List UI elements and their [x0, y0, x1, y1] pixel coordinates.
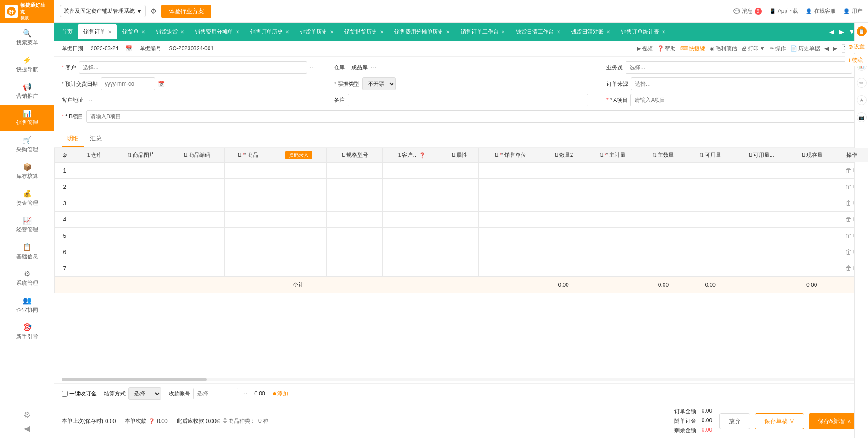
nav-next-icon[interactable]: ▶ [833, 45, 837, 52]
row-main-qty[interactable] [640, 163, 687, 179]
row-unit[interactable] [478, 195, 542, 212]
topbar-gear-icon[interactable]: ⚙ [150, 7, 157, 15]
right-panel-item-4[interactable]: ✏ [857, 78, 867, 88]
row-main-qty[interactable] [640, 195, 687, 212]
row-unit[interactable] [478, 260, 542, 277]
row-customer-code[interactable] [382, 212, 440, 228]
tab-order-history-close[interactable]: ✕ [286, 29, 289, 34]
th-customer-code-help[interactable]: ❓ [419, 152, 426, 159]
bank-more-icon[interactable]: ··· [241, 390, 247, 398]
row-main-unit[interactable] [585, 260, 640, 277]
th-attr-sort[interactable]: ⇅ [451, 152, 456, 159]
row-warehouse[interactable] [75, 260, 113, 277]
tab-daily-desk-close[interactable]: ✕ [557, 29, 560, 34]
tab-reconcile-close[interactable]: ✕ [606, 29, 610, 34]
row-main-qty[interactable] [640, 228, 687, 244]
tab-invoice-close[interactable]: ✕ [141, 29, 145, 34]
row-qty2[interactable] [542, 244, 585, 260]
row-warehouse[interactable] [75, 163, 113, 179]
row-customer-code[interactable] [382, 163, 440, 179]
row-main-qty[interactable] [640, 260, 687, 277]
row-attr[interactable] [440, 212, 479, 228]
sidebar-item-base[interactable]: 📋 基础信息 [0, 238, 54, 265]
customer-input[interactable] [79, 61, 307, 74]
tab-summary[interactable]: 汇总 [84, 131, 107, 147]
row-attr[interactable] [440, 260, 479, 277]
row-delete-icon[interactable]: 🗑 [845, 232, 852, 240]
row-qty2[interactable] [542, 260, 585, 277]
th-available-sort[interactable]: ⇅ [699, 152, 704, 159]
row-warehouse[interactable] [75, 195, 113, 212]
th-settings[interactable]: ⚙ [55, 148, 75, 163]
row-main-qty[interactable] [640, 179, 687, 195]
calendar-icon[interactable]: 📅 [126, 45, 132, 52]
row-main-unit[interactable] [585, 244, 640, 260]
row-attr[interactable] [440, 244, 479, 260]
tab-expense-history[interactable]: 销售费用分摊单历史 ✕ [389, 24, 455, 39]
row-customer-code[interactable] [382, 179, 440, 195]
sidebar-item-sales[interactable]: 📊 销售管理 [0, 105, 54, 131]
sidebar-item-guide[interactable]: 🎯 新手引导 [0, 318, 54, 345]
project-a-input[interactable] [630, 94, 861, 106]
tab-order-desk[interactable]: 销售订单工作台 ✕ [455, 24, 510, 39]
row-qty2[interactable] [542, 179, 585, 195]
row-warehouse[interactable] [75, 179, 113, 195]
project-b-input[interactable] [86, 110, 861, 123]
tab-invoice[interactable]: 销货单 ✕ [117, 24, 150, 39]
row-qty2[interactable] [542, 228, 585, 244]
operation-btn[interactable]: ✏ 操作 [770, 45, 786, 53]
th-available2-sort[interactable]: ⇅ [748, 152, 752, 159]
row-main-qty[interactable] [640, 212, 687, 228]
address-more-icon[interactable]: ··· [86, 96, 92, 104]
discard-btn[interactable]: 放弃 [719, 413, 750, 429]
row-product[interactable] [225, 179, 271, 195]
table-scrollbar[interactable] [62, 378, 861, 381]
row-spec[interactable] [326, 260, 382, 277]
payment-method-select[interactable]: 选择... [128, 387, 161, 400]
row-main-unit[interactable] [585, 212, 640, 228]
row-customer-code[interactable] [382, 195, 440, 212]
row-main-unit[interactable] [585, 228, 640, 244]
th-unit-sort[interactable]: ⇅ [494, 152, 499, 159]
online-service-action[interactable]: 👤 在线客服 [805, 7, 836, 15]
row-unit[interactable] [478, 244, 542, 260]
app-download-action[interactable]: 📱 App下载 [769, 7, 798, 15]
print-btn[interactable]: 🖨 打印 ▼ [742, 45, 765, 53]
delivery-input[interactable] [101, 77, 155, 90]
row-spec[interactable] [326, 212, 382, 228]
help-btn[interactable]: ❓ 帮助 [657, 45, 676, 53]
row-unit[interactable] [478, 179, 542, 195]
profit-btn[interactable]: ◉ 毛利预估 [710, 45, 737, 53]
row-product[interactable] [225, 163, 271, 179]
tab-expense[interactable]: 销售费用分摊单 ✕ [189, 24, 245, 39]
row-main-unit[interactable] [585, 163, 640, 179]
th-warehouse-sort[interactable]: ⇅ [86, 152, 90, 159]
row-qty2[interactable] [542, 195, 585, 212]
sidebar-item-management[interactable]: 📈 经营管理 [0, 212, 54, 238]
tab-return-close[interactable]: ✕ [180, 29, 184, 34]
sidebar-item-collab[interactable]: 👥 企业协同 [0, 292, 54, 318]
view-btn[interactable]: ▶ 视频 [637, 45, 653, 53]
row-product[interactable] [225, 228, 271, 244]
row-code[interactable] [169, 260, 225, 277]
th-customer-code-sort[interactable]: ⇅ [397, 152, 401, 159]
sidebar-item-quick[interactable]: ⚡ 快捷导航 [0, 51, 54, 78]
row-main-unit[interactable] [585, 179, 640, 195]
row-delete-icon[interactable]: 🗑 [845, 248, 852, 256]
sidebar-collapse-icon[interactable]: ◀ [24, 424, 30, 433]
row-customer-code[interactable] [382, 260, 440, 277]
th-stock-sort[interactable]: ⇅ [801, 152, 805, 159]
row-product[interactable] [225, 260, 271, 277]
row-code[interactable] [169, 244, 225, 260]
row-delete-icon[interactable]: 🗑 [845, 199, 852, 207]
sidebar-item-marketing[interactable]: 📢 营销推广 [0, 78, 54, 105]
save-btn[interactable]: 保存&新增 ∧ [809, 413, 861, 429]
tab-return[interactable]: 销货退货 ✕ [150, 24, 189, 39]
message-action[interactable]: 💬 消息 9 [733, 7, 762, 15]
shortcut-btn[interactable]: ⌨ 快捷键 [680, 45, 705, 53]
row-warehouse[interactable] [75, 244, 113, 260]
th-product-sort[interactable]: ⇅ [237, 152, 242, 159]
sidebar-item-finance[interactable]: 💰 资金管理 [0, 185, 54, 212]
tab-return-history-close[interactable]: ✕ [380, 29, 383, 34]
credit-help-icon[interactable]: ❓ [148, 418, 155, 424]
